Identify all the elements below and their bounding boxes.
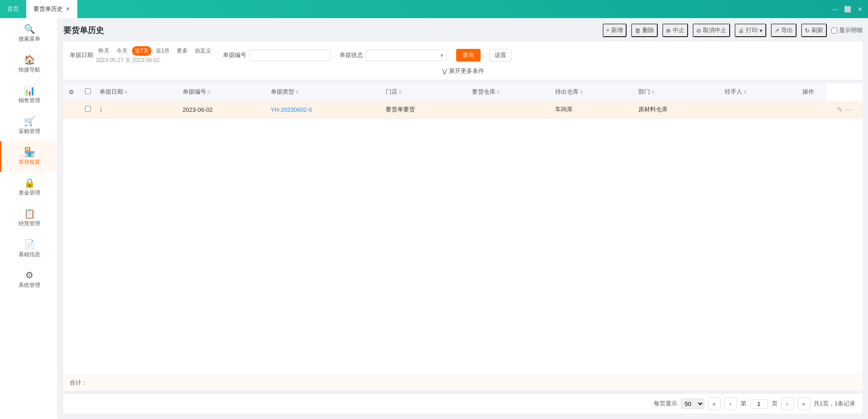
date-btns: 昨天 今天 近7天 近1月 更多 自定义 [96,46,214,56]
window-controls: — ⬜ ✕ [832,6,868,13]
col-department[interactable]: 部门⇅ [635,83,721,101]
col-store[interactable]: 门店⇅ [382,83,468,101]
doc-status-filter: 单据状态 [340,50,447,61]
table-footer: 合计： [63,375,863,390]
col-req-warehouse[interactable]: 要货仓库⇅ [468,83,552,101]
page-label: 第 [741,400,746,408]
filter-row: 单据日期 昨天 今天 近7天 近1月 更多 自定义 2023-05-27 至 2… [70,46,856,64]
doc-date-label: 单据日期 [70,51,93,59]
sidebar-item-finance[interactable]: 🔒 资金管理 [0,172,57,203]
prev-page-btn[interactable]: ‹ [724,397,737,410]
sidebar-item-operation-label: 经营管理 [19,220,40,228]
page-input[interactable] [750,399,768,409]
new-button[interactable]: + 新增 [603,24,627,37]
print-icon: 🖨 [738,27,744,34]
sidebar-item-search-label: 搜索菜单 [19,35,40,43]
doc-no-input[interactable] [249,50,330,61]
expand-label: 展开更多条件 [449,67,484,75]
next-page-btn[interactable]: › [781,397,794,410]
row-doc-no[interactable]: YH-20230602-0 [267,101,382,119]
sidebar-item-system-label: 系统管理 [19,281,40,289]
filter-section: 单据日期 昨天 今天 近7天 近1月 更多 自定义 2023-05-27 至 2… [63,42,863,80]
search-icon: 🔍 [24,24,35,33]
tab-home[interactable]: 首页 [0,0,26,18]
row-edit-icon[interactable]: ✎ [837,105,843,114]
sidebar: 🔍 搜索菜单 🏠 快捷导航 📊 销售管理 🛒 采购管理 🏪 库存核算 🔒 资金管… [0,18,58,419]
operation-icon: 📋 [24,209,35,218]
sidebar-item-quick-nav[interactable]: 🏠 快捷导航 [0,49,57,80]
expand-icon: ⋁ [442,68,447,75]
date-btn-1month[interactable]: 近1月 [153,46,173,56]
pagination-bar: 每页显示 20 50 100 « ‹ 第 页 › » 共1页，1条记录 [63,393,863,414]
tab-requisition-history[interactable]: 要货单历史 ✕ [26,0,77,18]
last-page-btn[interactable]: » [797,397,810,410]
sidebar-item-purchase[interactable]: 🛒 采购管理 [0,110,57,141]
col-doc-date[interactable]: 单据日期⇅ [96,83,179,101]
row-req-warehouse: 车间库 [552,101,635,119]
select-all-checkbox[interactable] [85,88,91,94]
display-detail-checkbox-input[interactable] [831,28,837,33]
display-detail-toggle[interactable]: 显示明细 [831,26,863,34]
delete-button[interactable]: 🗑 删除 [631,24,658,37]
cancel-stop-button[interactable]: ⊘ 取消中止 [693,24,730,37]
doc-no-link[interactable]: YH-20230602-0 [271,106,312,113]
col-handler[interactable]: 经手人⇅ [721,83,790,101]
sidebar-item-search[interactable]: 🔍 搜索菜单 [0,18,57,49]
sidebar-item-basic-label: 基础信息 [19,251,40,258]
first-page-btn[interactable]: « [708,397,721,410]
date-btn-custom[interactable]: 自定义 [192,46,214,56]
date-btn-yesterday[interactable]: 昨天 [96,46,112,56]
sidebar-item-finance-label: 资金管理 [19,189,40,197]
sidebar-item-sales-label: 销售管理 [19,97,40,105]
data-table: ⚙ 单据日期⇅ 单据编号⇅ 单据类型⇅ [63,83,863,119]
sales-icon: 📊 [24,86,35,95]
window-maximize[interactable]: ⬜ [844,6,851,13]
table-row: 1 2023-06-02 YH-20230602-0 要货单要货 车间库 原材料… [63,101,863,119]
col-checkbox[interactable] [80,83,96,101]
row-checkbox-cell[interactable] [80,101,96,119]
tab-close-icon[interactable]: ✕ [66,6,70,12]
tab-home-label: 首页 [7,5,19,13]
settings-button[interactable]: 设置 [490,49,511,62]
col-settings[interactable]: ⚙ [63,83,80,101]
sidebar-item-quick-label: 快捷导航 [19,66,40,74]
tab-bar: 首页 要货单历史 ✕ [0,0,832,18]
query-button[interactable]: 查询 [456,49,481,62]
row-more-icon[interactable]: ⋯ [845,105,853,114]
refresh-button[interactable]: ↻ 刷新 [801,24,827,37]
doc-status-label: 单据状态 [340,51,363,59]
date-btn-7days[interactable]: 近7天 [132,46,151,56]
per-page-label: 每页显示 [654,400,677,408]
sidebar-item-purchase-label: 采购管理 [19,128,40,135]
finance-icon: 🔒 [24,178,35,187]
per-page-select[interactable]: 20 50 100 [681,399,704,409]
doc-status-select[interactable] [366,50,447,61]
delete-icon: 🗑 [635,27,641,34]
date-btn-more[interactable]: 更多 [174,46,190,56]
doc-date-filter: 单据日期 昨天 今天 近7天 近1月 更多 自定义 2023-05-27 至 2… [70,46,214,64]
row-department [721,101,790,119]
row-pending-warehouse: 原材料仓库 [635,101,721,119]
window-minimize[interactable]: — [832,6,838,13]
stop-button[interactable]: ⊗ 中止 [662,24,688,37]
row-no: 1 [96,101,179,119]
col-doc-type[interactable]: 单据类型⇅ [267,83,382,101]
col-doc-no[interactable]: 单据编号⇅ [179,83,267,101]
sidebar-item-operation[interactable]: 📋 经营管理 [0,203,57,233]
row-checkbox[interactable] [85,106,91,112]
system-icon: ⚙ [25,271,33,280]
col-pending-warehouse[interactable]: 待出仓库⇅ [552,83,635,101]
row-doc-type: 要货单要货 [382,101,468,119]
table-header-row: ⚙ 单据日期⇅ 单据编号⇅ 单据类型⇅ [63,83,863,101]
window-close[interactable]: ✕ [858,6,863,13]
row-settings [63,101,80,119]
expand-more[interactable]: ⋁ 展开更多条件 [70,67,856,75]
sidebar-item-basic[interactable]: 📄 基础信息 [0,233,57,264]
date-btn-today[interactable]: 今天 [114,46,130,56]
sidebar-item-inventory[interactable]: 🏪 库存核算 [0,141,57,172]
sidebar-item-system[interactable]: ⚙ 系统管理 [0,264,57,295]
sidebar-item-sales[interactable]: 📊 销售管理 [0,80,57,110]
export-button[interactable]: ↗ 导出 [771,24,797,37]
row-store [468,101,552,119]
print-button[interactable]: 🖨 打印 ▾ [735,24,766,37]
